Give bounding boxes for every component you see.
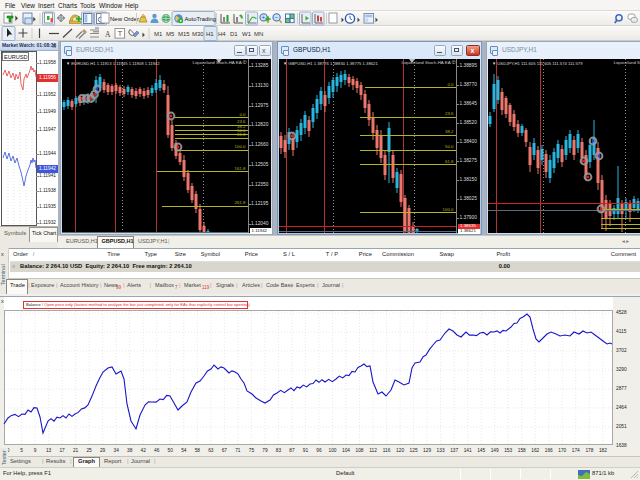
svg-text:100.0: 100.0 xyxy=(443,207,455,212)
svg-text:−: − xyxy=(275,14,279,21)
svg-text:261.8: 261.8 xyxy=(235,200,247,205)
svg-text:M1: M1 xyxy=(154,31,163,37)
svg-text:0.0: 0.0 xyxy=(239,112,246,117)
svg-text:H4: H4 xyxy=(218,31,226,37)
svg-text:38.2: 38.2 xyxy=(445,129,454,134)
svg-text:61.8: 61.8 xyxy=(237,132,246,137)
svg-text:50.0: 50.0 xyxy=(445,144,454,149)
svg-text:T: T xyxy=(118,29,123,38)
svg-text:H1: H1 xyxy=(206,31,214,37)
svg-text:M5: M5 xyxy=(166,31,175,37)
svg-text:W1: W1 xyxy=(242,31,252,37)
svg-text:M15: M15 xyxy=(178,31,190,37)
svg-text:A: A xyxy=(105,30,111,39)
svg-text:+: + xyxy=(262,14,266,21)
svg-text:M30: M30 xyxy=(192,31,204,37)
svg-text:0.0: 0.0 xyxy=(447,82,454,87)
svg-text:161.8: 161.8 xyxy=(235,166,247,171)
svg-text:61.8: 61.8 xyxy=(445,159,454,164)
svg-text:D1: D1 xyxy=(230,31,238,37)
svg-text:100.0: 100.0 xyxy=(235,144,247,149)
svg-text:EURUSD: EURUSD xyxy=(4,54,28,60)
svg-text:23.6: 23.6 xyxy=(445,111,454,116)
svg-text:AutoTrading: AutoTrading xyxy=(185,16,216,22)
svg-text:MN: MN xyxy=(254,31,263,37)
svg-text:New Order: New Order xyxy=(110,16,139,22)
